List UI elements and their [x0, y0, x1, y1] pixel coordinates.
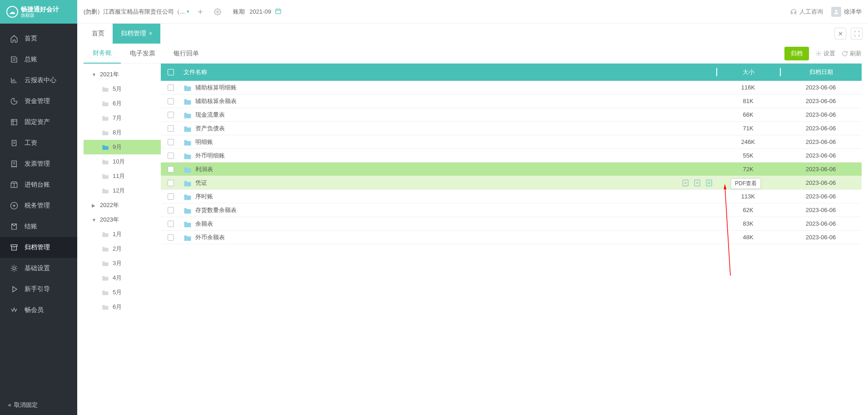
row-checkbox[interactable]: [161, 166, 181, 173]
home-icon: [10, 35, 18, 43]
download-pdf-icon[interactable]: [693, 178, 702, 188]
fullscreen-button[interactable]: ⛶: [851, 28, 863, 40]
tree-year-2[interactable]: ▼2023年: [84, 212, 161, 227]
asset-icon: [10, 118, 18, 126]
file-name: 辅助核算余额表: [195, 97, 237, 105]
table-row[interactable]: 利润表 72K 2023-06-06: [161, 163, 862, 176]
period-value[interactable]: 2021-09: [249, 8, 271, 15]
stock-icon: [10, 181, 18, 189]
archive-date: 2023-06-06: [780, 220, 862, 227]
main-area: (勿删）江西服宝精品有限责任公司（... ▾ 账期 2021-09 人工咨询 徐…: [77, 0, 868, 415]
tree-month-2-5[interactable]: 6月: [84, 300, 161, 314]
table-row[interactable]: 序时账 113K 2023-06-06: [161, 190, 862, 203]
row-checkbox[interactable]: [161, 153, 181, 159]
sidebar-item-3[interactable]: 资金管理: [0, 91, 77, 112]
sidebar-item-label: 发票管理: [25, 160, 50, 168]
page-tab-1[interactable]: 归档管理×: [113, 24, 160, 44]
tree-month-label: 8月: [113, 128, 122, 137]
tree-year-1[interactable]: ▶2022年: [84, 198, 161, 212]
guide-icon: [10, 285, 18, 293]
tree-month-2-4[interactable]: 5月: [84, 285, 161, 300]
select-all-checkbox[interactable]: [161, 69, 181, 75]
folder-icon: [102, 260, 109, 267]
file-size: 113K: [716, 193, 780, 200]
sidebar-item-11[interactable]: 基础设置: [0, 258, 77, 279]
archive-date: 2023-06-06: [780, 152, 862, 159]
table-row[interactable]: 辅助核算余额表 81K 2023-06-06: [161, 94, 862, 108]
file-size: 83K: [716, 220, 780, 227]
table-row[interactable]: 凭证 PDF查看 53K 2023-06-06: [161, 176, 862, 190]
row-checkbox[interactable]: [161, 193, 181, 200]
sidebar-item-5[interactable]: 工资: [0, 133, 77, 153]
table-row[interactable]: 外币明细账 55K 2023-06-06: [161, 149, 862, 163]
row-checkbox[interactable]: [161, 221, 181, 227]
subtab-1[interactable]: 电子发票: [121, 44, 164, 64]
config-button[interactable]: [211, 5, 224, 18]
close-icon[interactable]: ×: [149, 30, 152, 37]
table-row[interactable]: 存货数量余额表 62K 2023-06-06: [161, 203, 862, 217]
tree-month-2-1[interactable]: 2月: [84, 242, 161, 256]
add-button[interactable]: [194, 5, 207, 18]
row-checkbox[interactable]: [161, 125, 181, 132]
company-selector[interactable]: (勿删）江西服宝精品有限责任公司（... ▾: [84, 8, 189, 16]
sidebar-item-0[interactable]: 首页: [0, 28, 77, 49]
row-checkbox[interactable]: [161, 139, 181, 145]
tree-month-0-6[interactable]: 11月: [84, 169, 161, 183]
refresh-link[interactable]: 刷新: [842, 49, 862, 58]
tree-month-0-0[interactable]: 5月: [84, 82, 161, 96]
sidebar-item-6[interactable]: 发票管理: [0, 153, 77, 174]
file-folder-icon: [184, 111, 192, 119]
unpin-button[interactable]: « 取消固定: [0, 395, 77, 415]
tree-month-2-2[interactable]: 3月: [84, 256, 161, 271]
subtab-2[interactable]: 银行回单: [164, 44, 208, 64]
tree-month-0-5[interactable]: 10月: [84, 154, 161, 169]
table-row[interactable]: 外币余额表 48K 2023-06-06: [161, 231, 862, 244]
file-folder-icon: [184, 166, 192, 173]
sidebar-item-2[interactable]: 云报表中心: [0, 70, 77, 91]
close-window-button[interactable]: ✕: [834, 28, 846, 40]
settings-link[interactable]: 设置: [815, 49, 835, 58]
download-excel-icon[interactable]: [681, 178, 690, 188]
brand-logo: ☁ 畅捷通好会计 旗舰版: [0, 0, 77, 24]
table-row[interactable]: 现金流量表 66K 2023-06-06: [161, 108, 862, 122]
sidebar-item-10[interactable]: 归档管理: [0, 237, 77, 258]
file-folder-icon: [184, 179, 192, 187]
tree-month-0-4[interactable]: 9月: [84, 140, 161, 154]
username[interactable]: 徐泽华: [844, 8, 862, 16]
table-row[interactable]: 资产负债表 71K 2023-06-06: [161, 122, 862, 135]
period-label: 账期: [233, 8, 245, 16]
tree-month-label: 6月: [113, 303, 122, 311]
tree-month-0-7[interactable]: 12月: [84, 183, 161, 198]
calendar-icon[interactable]: [275, 8, 282, 16]
sidebar-item-1[interactable]: 总账: [0, 49, 77, 70]
tree-month-2-3[interactable]: 4月: [84, 271, 161, 285]
view-pdf-icon[interactable]: [704, 178, 714, 188]
row-checkbox[interactable]: [161, 98, 181, 104]
row-checkbox[interactable]: [161, 180, 181, 186]
tree-month-0-2[interactable]: 7月: [84, 111, 161, 125]
triangle-down-icon: ▼: [92, 217, 97, 222]
row-checkbox[interactable]: [161, 84, 181, 91]
sidebar-item-9[interactable]: 结账: [0, 216, 77, 237]
sidebar-item-7[interactable]: 进销台账: [0, 174, 77, 195]
table-row[interactable]: 余额表 83K 2023-06-06: [161, 217, 862, 231]
sidebar-item-13[interactable]: 畅会员: [0, 300, 77, 321]
tree-month-2-0[interactable]: 1月: [84, 227, 161, 242]
subtab-0[interactable]: 财务账: [84, 44, 121, 64]
triangle-right-icon: ▶: [92, 203, 97, 208]
avatar[interactable]: [831, 7, 841, 17]
tree-year-0[interactable]: ▼2021年: [84, 67, 161, 82]
row-checkbox[interactable]: [161, 112, 181, 118]
tree-month-0-3[interactable]: 8月: [84, 125, 161, 140]
page-tab-0[interactable]: 首页: [84, 24, 113, 44]
sidebar-item-8[interactable]: 税务管理: [0, 195, 77, 216]
consult-button[interactable]: 人工咨询: [790, 8, 823, 16]
row-checkbox[interactable]: [161, 207, 181, 213]
tree-month-0-1[interactable]: 6月: [84, 96, 161, 111]
archive-button[interactable]: 归档: [784, 47, 809, 60]
sidebar-item-12[interactable]: 新手引导: [0, 279, 77, 300]
row-checkbox[interactable]: [161, 234, 181, 241]
table-row[interactable]: 辅助核算明细账 116K 2023-06-06: [161, 81, 862, 94]
sidebar-item-4[interactable]: 固定资产: [0, 112, 77, 133]
table-row[interactable]: 明细账 246K 2023-06-06: [161, 135, 862, 149]
